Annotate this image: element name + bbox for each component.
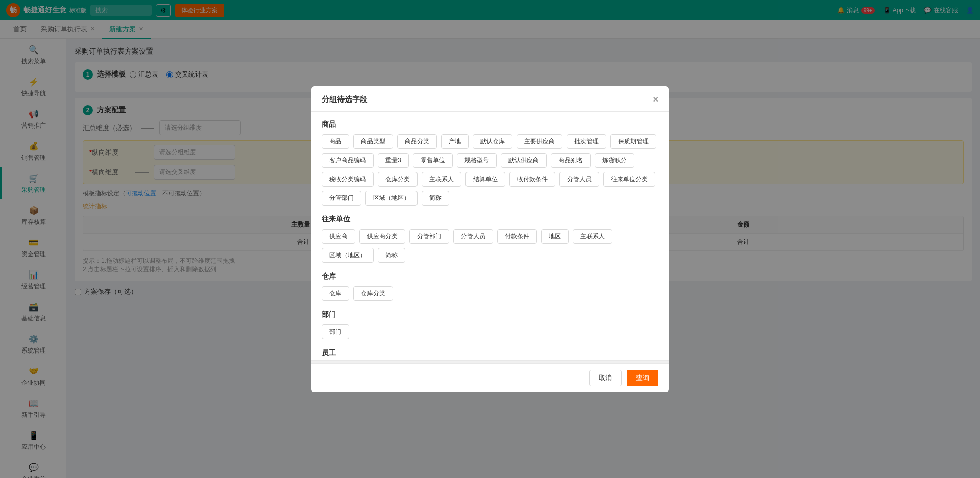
field-chip-payment-condition[interactable]: 付款条件 <box>497 229 537 244</box>
modal-header: 分组待选字段 × <box>311 86 669 112</box>
modal-title: 分组待选字段 <box>322 95 368 105</box>
field-chips-partner: 供应商 供应商分类 分管部门 分管人员 付款条件 地区 主联系人 区域（地区） … <box>322 229 658 263</box>
field-chip-area[interactable]: 地区 <box>541 229 569 244</box>
field-group-department-title: 部门 <box>322 310 658 319</box>
modal-overlay[interactable]: 分组待选字段 × 商品 商品 商品类型 商品分类 产地 默认仓库 主要供应商 批… <box>0 0 980 478</box>
field-chip-origin[interactable]: 产地 <box>441 134 469 149</box>
field-chip-region-partner[interactable]: 区域（地区） <box>322 248 374 263</box>
modal-dialog: 分组待选字段 × 商品 商品 商品类型 商品分类 产地 默认仓库 主要供应商 批… <box>311 86 669 392</box>
field-chip-settlement-unit[interactable]: 结算单位 <box>465 172 505 187</box>
field-chip-goods-category[interactable]: 商品分类 <box>397 134 437 149</box>
modal-close-btn[interactable]: × <box>653 94 658 105</box>
field-chip-abbr-goods[interactable]: 简称 <box>422 191 449 206</box>
field-chips-warehouse: 仓库 仓库分类 <box>322 286 658 301</box>
field-group-warehouse-title: 仓库 <box>322 272 658 281</box>
field-chip-region-goods[interactable]: 区域（地区） <box>365 191 418 206</box>
field-chip-warehouse-category[interactable]: 仓库分类 <box>378 172 418 187</box>
field-chip-tax-code[interactable]: 税收分类编码 <box>322 172 374 187</box>
field-chip-abbr-partner[interactable]: 简称 <box>378 248 405 263</box>
field-chip-dept[interactable]: 部门 <box>322 324 349 339</box>
field-chip-goods[interactable]: 商品 <box>322 134 349 149</box>
field-chip-customer-code[interactable]: 客户商品编码 <box>322 153 374 168</box>
field-chip-managing-person[interactable]: 分管人员 <box>453 229 493 244</box>
field-group-warehouse: 仓库 仓库 仓库分类 <box>322 272 658 301</box>
field-chip-supplier-category[interactable]: 供应商分类 <box>359 229 405 244</box>
field-chip-payment-terms[interactable]: 收付款条件 <box>509 172 555 187</box>
modal-footer: 取消 查询 <box>311 363 669 392</box>
field-group-department: 部门 部门 <box>322 310 658 339</box>
field-chip-managing-dept2[interactable]: 分管部门 <box>409 229 449 244</box>
field-chip-goods-type[interactable]: 商品类型 <box>353 134 393 149</box>
field-group-partner-title: 往来单位 <box>322 215 658 224</box>
field-group-goods-title: 商品 <box>322 120 658 129</box>
field-group-partner: 往来单位 供应商 供应商分类 分管部门 分管人员 付款条件 地区 主联系人 区域… <box>322 215 658 263</box>
field-group-employee-title: 员工 <box>322 348 658 358</box>
field-chip-supplier[interactable]: 供应商 <box>322 229 355 244</box>
field-chip-main-contact[interactable]: 主联系人 <box>422 172 461 187</box>
field-chip-main-supplier[interactable]: 主要供应商 <box>517 134 562 149</box>
field-chip-default-warehouse[interactable]: 默认仓库 <box>473 134 512 149</box>
field-chip-weight3[interactable]: 重量3 <box>378 153 409 168</box>
field-chip-warehouse[interactable]: 仓库 <box>322 286 349 301</box>
field-chip-expiry-mgmt[interactable]: 保质期管理 <box>610 134 656 149</box>
field-chip-spec-model[interactable]: 规格型号 <box>457 153 497 168</box>
modal-body: 商品 商品 商品类型 商品分类 产地 默认仓库 主要供应商 批次管理 保质期管理… <box>311 112 669 360</box>
modal-confirm-btn[interactable]: 查询 <box>627 370 658 386</box>
field-chip-retail-unit[interactable]: 零售单位 <box>413 153 453 168</box>
field-chip-partner-category[interactable]: 往来单位分类 <box>603 172 655 187</box>
modal-horizontal-scrollbar[interactable] <box>311 360 669 363</box>
field-chip-managing-dept[interactable]: 分管部门 <box>322 191 361 206</box>
field-chips-department: 部门 <box>322 324 658 339</box>
modal-cancel-btn[interactable]: 取消 <box>589 370 622 386</box>
field-chip-points[interactable]: 炼货积分 <box>595 153 634 168</box>
field-chip-dept-manager[interactable]: 分管人员 <box>559 172 599 187</box>
field-chips-goods: 商品 商品类型 商品分类 产地 默认仓库 主要供应商 批次管理 保质期管理 客户… <box>322 134 658 206</box>
field-chip-main-contact2[interactable]: 主联系人 <box>573 229 612 244</box>
field-chip-warehouse-cat[interactable]: 仓库分类 <box>353 286 393 301</box>
field-group-goods: 商品 商品 商品类型 商品分类 产地 默认仓库 主要供应商 批次管理 保质期管理… <box>322 120 658 206</box>
field-chip-goods-alias[interactable]: 商品别名 <box>551 153 591 168</box>
field-chip-default-supplier[interactable]: 默认供应商 <box>501 153 547 168</box>
field-chip-batch-mgmt[interactable]: 批次管理 <box>567 134 606 149</box>
field-group-employee: 员工 业务员 <box>322 348 658 360</box>
